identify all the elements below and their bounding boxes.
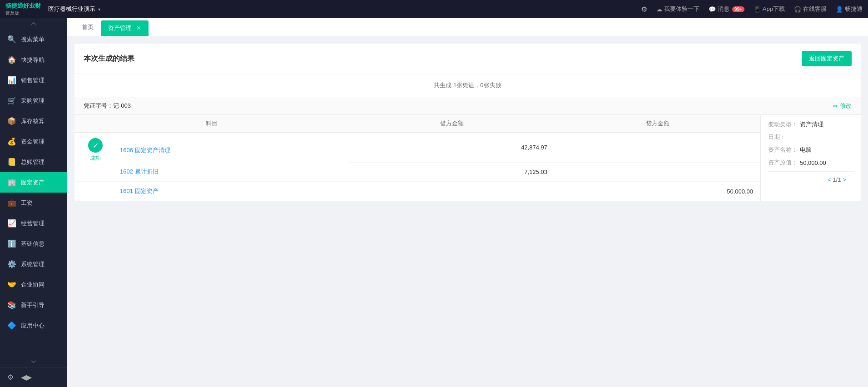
change-type-label: 变动类型： [768,120,800,129]
change-type-value: 资产清理 [800,120,823,129]
voucher-table: 科目 借方金额 贷方金额 ✓ [74,115,760,201]
app-center-icon: 🔷 [7,321,16,330]
subject-row2: 1602 累计折旧 [74,162,349,182]
header-right: 💬 消息 99+ 📱 App下载 🎧 在线客服 👤 畅捷通 [709,5,863,13]
search-icon: 🔍 [7,35,16,44]
system-icon: ⚙️ [7,260,16,268]
sidebar-item-guide[interactable]: 📚 新手引导 [0,295,67,315]
subject-row1: 1606 固定资产清理 [120,146,170,154]
sidebar-item-ledger[interactable]: 📒 总账管理 [0,152,67,172]
asset-value-row: 资产原值： 50,000.00 [768,159,853,167]
subject-row3: 1601 固定资产 [74,182,349,201]
company-name: 医疗器械行业演示 [48,5,95,13]
sidebar-item-fund[interactable]: 💰 资金管理 [0,131,67,152]
debit-row3 [349,182,555,201]
table-row: 1602 累计折旧 7,125.03 [74,162,760,182]
date-row: 日期： [768,133,853,141]
sidebar-scroll-up[interactable] [0,18,67,29]
result-header: 本次生成的结果 返回固定资产 [74,44,861,74]
fund-icon: 💰 [7,137,16,146]
sales-icon: 📊 [7,76,16,84]
success-indicator: ✓ 成功 [82,138,109,162]
content-area: 首页 资产管理 ✕ 本次生成的结果 返回固定资产 共生成 1张凭证，0张失败 [67,18,868,387]
sidebar-item-system[interactable]: ⚙️ 系统管理 [0,254,67,274]
voucher-section: 凭证字号：记-003 ✏ 修改 [74,97,861,201]
sidebar-bottom: ⚙ ◀▶ [0,367,67,387]
online-service-button[interactable]: 🎧 在线客服 [794,5,827,13]
col-subject: 科目 [74,115,349,133]
sidebar-item-quick-nav[interactable]: 🏠 快捷导航 [0,50,67,70]
return-fixed-asset-button[interactable]: 返回固定资产 [802,51,852,66]
voucher-header: 凭证字号：记-003 ✏ 修改 [74,97,861,115]
company-selector[interactable]: 医疗器械行业演示 ▾ [48,5,100,13]
asset-name-row: 资产名称： 电脑 [768,146,853,154]
pagination: < 1/1 > [768,171,853,188]
credit-row3: 50,000.00 [555,182,760,201]
building-icon: 🏢 [7,178,16,187]
sidebar-item-salary[interactable]: 💼 工资 [0,193,67,213]
logo-title: 畅捷通好业财 [5,2,41,10]
voucher-table-area: 科目 借方金额 贷方金额 ✓ [74,115,761,201]
page-content: 本次生成的结果 返回固定资产 共生成 1张凭证，0张失败 凭证字号：记-003 … [67,36,868,387]
message-icon: 💬 [709,6,716,13]
asset-name-value: 电脑 [800,146,812,154]
sidebar-item-purchase[interactable]: 🛒 采购管理 [0,90,67,111]
credit-row1 [555,133,760,163]
edit-icon: ✏ [833,103,838,109]
tab-asset-mgmt[interactable]: 资产管理 ✕ [101,20,149,36]
purchase-icon: 🛒 [7,96,16,105]
credit-row2 [555,162,760,182]
collapse-icon[interactable]: ◀▶ [21,373,32,382]
ledger-icon: 📒 [7,158,16,166]
coop-icon: 🤝 [7,280,16,289]
download-icon: 📱 [754,6,761,13]
user-menu-button[interactable]: 👤 畅捷通 [836,5,863,13]
message-badge: 99+ [732,6,744,12]
message-button[interactable]: 💬 消息 99+ [709,5,744,13]
debit-row1: 42,874.97 [349,133,555,163]
debit-row2: 7,125.03 [349,162,555,182]
info-icon: ℹ️ [7,239,16,248]
sidebar-item-inventory[interactable]: 📦 库存核算 [0,111,67,131]
experience-link[interactable]: ☁ 我要体验一下 [656,5,699,13]
sidebar-item-management[interactable]: 📈 经营管理 [0,213,67,233]
sidebar-item-app-center[interactable]: 🔷 应用中心 [0,315,67,336]
logo-sub: 普及版 [5,10,19,16]
table-row: 1601 固定资产 50,000.00 [74,182,760,201]
col-debit: 借方金额 [349,115,555,133]
result-container: 本次生成的结果 返回固定资产 共生成 1张凭证，0张失败 凭证字号：记-003 … [74,44,861,201]
asset-value-label: 资产原值： [768,159,800,167]
prev-page-button[interactable]: < [828,176,831,183]
edit-button[interactable]: ✏ 修改 [833,102,852,110]
settings-bottom-icon[interactable]: ⚙ [7,373,14,382]
tab-bar: 首页 资产管理 ✕ [67,18,868,36]
table-row: ✓ 成功 1606 固定资产清理 42,874.97 [74,133,760,163]
guide-icon: 📚 [7,301,16,309]
success-icon: ✓ [88,138,103,153]
change-type-row: 变动类型： 资产清理 [768,120,853,129]
sidebar-item-basic-info[interactable]: ℹ️ 基础信息 [0,233,67,254]
app-download-button[interactable]: 📱 App下载 [754,5,785,13]
sidebar-nav: 🔍 搜索菜单 🏠 快捷导航 📊 销售管理 🛒 采购管理 📦 库存核算 💰 [0,29,67,356]
sidebar-item-coop[interactable]: 🤝 企业协同 [0,274,67,295]
result-summary: 共生成 1张凭证，0张失败 [74,74,861,97]
chevron-down-icon: ▾ [98,7,100,12]
sidebar-item-sales[interactable]: 📊 销售管理 [0,70,67,90]
next-page-button[interactable]: > [843,176,846,183]
col-credit: 贷方金额 [555,115,760,133]
voucher-number: 凭证字号：记-003 [84,102,131,110]
salary-icon: 💼 [7,198,16,207]
voucher-side-info: 变动类型： 资产清理 日期： 资产名称： 电脑 [761,115,861,201]
tab-home[interactable]: 首页 [74,20,101,36]
headset-icon: 🎧 [794,6,801,13]
success-label: 成功 [82,154,109,162]
sidebar-item-fixed-asset[interactable]: 🏢 固定资产 [0,172,67,193]
avatar-icon: 👤 [836,6,843,13]
settings-icon[interactable]: ⚙ [641,5,647,14]
page-indicator: 1/1 [833,176,841,183]
home-icon: 🏠 [7,55,16,64]
sidebar-scroll-down[interactable] [0,356,67,367]
date-label: 日期： [768,133,800,141]
tab-close-icon[interactable]: ✕ [136,25,141,31]
sidebar-item-search[interactable]: 🔍 搜索菜单 [0,29,67,50]
